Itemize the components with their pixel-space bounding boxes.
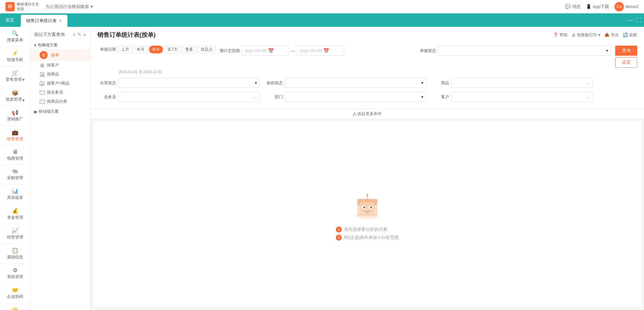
expected-date-end[interactable]: yyyy-mm-dd 📅 bbox=[297, 46, 344, 56]
edit-scheme-btn[interactable]: ✎ bbox=[77, 32, 82, 37]
hint-item-1: 1 请先选择要分析的方案 bbox=[336, 226, 398, 232]
date-btn-last-month[interactable]: 上月 bbox=[118, 46, 132, 53]
scheme-group-mobile[interactable]: ▶ 移动端方案 bbox=[30, 107, 90, 116]
minimize-icon[interactable]: — bbox=[628, 17, 633, 23]
star-icon: 🌟 bbox=[12, 307, 18, 310]
sidebar-item-marketing[interactable]: 📢 营销推广 bbox=[0, 106, 30, 126]
scheme-item-by-order[interactable]: 按 按单 bbox=[30, 49, 90, 61]
by-order-icon: 按 bbox=[40, 51, 48, 59]
sidebar-item-sys-mgmt[interactable]: ⚙ 系统管理 bbox=[0, 264, 30, 283]
clipboard-icon: 📋 bbox=[12, 247, 18, 254]
scheme-item-by-product[interactable]: 品 按商品 bbox=[30, 70, 90, 79]
date-btn-last-7-days[interactable]: 近7天 bbox=[164, 46, 181, 53]
svg-text:人: 人 bbox=[41, 64, 44, 67]
sidebar-item-new-user-guide[interactable]: 🌟 新手引导 bbox=[0, 303, 30, 310]
order-status-select[interactable]: ▾ bbox=[438, 46, 611, 56]
product-more-icon[interactable]: … bbox=[586, 81, 590, 85]
user-area[interactable]: Ea demo2 bbox=[614, 2, 639, 11]
customer-more-icon[interactable]: … bbox=[586, 95, 590, 99]
calendar-start-icon: 📅 bbox=[268, 48, 274, 53]
left-panel-actions: + ✎ « bbox=[73, 32, 86, 37]
right-content: 销售订单统计表(按单) ❓ 帮助 🖨 按模板打印 ▾ 📤 bbox=[91, 27, 644, 310]
date-btn-this-year[interactable]: 本年 bbox=[149, 46, 163, 53]
date-btn-custom[interactable]: 自定义 bbox=[198, 46, 216, 53]
app-download-btn[interactable]: 📱 App下载 bbox=[586, 4, 609, 10]
search-icon: 🔍 bbox=[12, 30, 18, 37]
search-btn[interactable]: 查询 bbox=[615, 46, 637, 56]
scheme-item-by-salesperson[interactable]: 按业务员 bbox=[30, 88, 90, 97]
scheme-item-by-product-category[interactable]: 按商品分类 bbox=[30, 97, 90, 106]
left-panel: 按以下方案查询 + ✎ « ▾ 电脑端方案 按 按单 人 bbox=[30, 27, 91, 310]
chevron-down-icon: ▾ bbox=[421, 81, 423, 85]
scheme-item-by-customer[interactable]: 人 按客户 bbox=[30, 61, 90, 70]
content-area: 按以下方案查询 + ✎ « ▾ 电脑端方案 按 按单 人 bbox=[30, 27, 644, 310]
briefcase-icon: 💼 bbox=[12, 129, 18, 136]
help-btn[interactable]: ❓ 帮助 bbox=[553, 32, 568, 38]
app-selector[interactable]: 办公用品行业模拟账套 ▾ bbox=[46, 4, 93, 10]
sidebar-item-purchase-mgmt[interactable]: 🛍 采购管理 bbox=[0, 165, 30, 185]
sidebar-item-search-menu[interactable]: 🔍 搜索菜单 bbox=[0, 27, 30, 47]
sidebar-item-wholesale-mgmt[interactable]: 📦 批发管理 ▴ bbox=[0, 86, 30, 106]
sidebar-item-retail-mgmt[interactable]: 🛒 零售管理 ▾ bbox=[0, 66, 30, 86]
chevron-down-icon: ▾ bbox=[255, 81, 257, 85]
export-btn[interactable]: 📤 导出 bbox=[604, 32, 619, 38]
scheme-group-pc[interactable]: ▾ 电脑端方案 bbox=[30, 41, 90, 49]
sidebar: 🔍 搜索菜单 ⚡ 快捷导航 🛒 零售管理 ▾ 📦 批发管理 ▴ 📢 营销推广 bbox=[0, 27, 30, 310]
chevron-down-icon: ▾ bbox=[91, 4, 93, 9]
sidebar-item-finance-mgmt[interactable]: 💰 资金管理 bbox=[0, 204, 30, 224]
scheme-item-by-customer-product[interactable]: 品 按客户+商品 bbox=[30, 79, 90, 88]
maximize-icon[interactable]: ⛶ bbox=[636, 17, 641, 23]
page-title-row: 销售订单统计表(按单) ❓ 帮助 🖨 按模板打印 ▾ 📤 bbox=[97, 31, 637, 39]
chevron-right-icon: ▶ bbox=[34, 109, 37, 114]
shopping-icon: 🛍 bbox=[12, 168, 18, 174]
main-layout: 🔍 搜索菜单 ⚡ 快捷导航 🛒 零售管理 ▾ 📦 批发管理 ▴ 📢 营销推广 bbox=[0, 27, 644, 310]
filter-container: 单据日期 上月 本月 本年 近7天 更多 自定义 bbox=[91, 42, 644, 119]
collapse-btn[interactable]: ⋀ 收起更多条件 bbox=[353, 111, 382, 117]
top-bar-left: 好 畅捷通好生意 标版 办公用品行业模拟账套 ▾ bbox=[5, 2, 93, 11]
product-select[interactable]: … bbox=[451, 78, 593, 88]
empty-state: 1 请先选择要分析的方案 2 用[过滤]条件来缩小分析范围 bbox=[336, 189, 398, 241]
refresh-btn[interactable]: 🔄 刷新 bbox=[623, 32, 637, 38]
print-btn[interactable]: 🖨 按模板打印 ▾ bbox=[572, 32, 600, 38]
collapse-panel-btn[interactable]: « bbox=[84, 32, 86, 37]
sidebar-item-inventory[interactable]: 📊 库存核算 bbox=[0, 185, 30, 204]
date-btn-more[interactable]: 更多 bbox=[182, 46, 196, 53]
svg-rect-6 bbox=[40, 91, 45, 95]
shipment-status-select[interactable]: ▾ bbox=[118, 78, 260, 88]
download-icon: 📱 bbox=[586, 4, 591, 9]
receipt-status-select[interactable]: ▾ bbox=[285, 78, 427, 88]
sidebar-item-basic-info[interactable]: 📋 基础信息 bbox=[0, 244, 30, 264]
product-label: 商品 bbox=[430, 80, 449, 86]
avatar: Ea bbox=[614, 2, 624, 11]
customer-select[interactable]: … bbox=[451, 92, 593, 102]
trending-icon: 📈 bbox=[12, 227, 18, 234]
date-range-text: 2023-01-01 至 2023-12-31 bbox=[119, 70, 162, 74]
tab-bar: 首页 销售订单统计表 ✕ — ⛶ bbox=[0, 13, 644, 27]
by-product-icon: 品 bbox=[40, 72, 45, 77]
department-select[interactable]: ▾ bbox=[285, 92, 427, 102]
sidebar-item-enterprise-collab[interactable]: 🤝 企业协同 bbox=[0, 283, 30, 303]
hint-num-1: 1 bbox=[336, 226, 342, 232]
expected-date-start[interactable]: yyyy-mm-dd 📅 bbox=[242, 46, 289, 56]
svg-rect-8 bbox=[40, 100, 45, 104]
print-icon: 🖨 bbox=[572, 33, 576, 37]
sidebar-item-operations-mgmt[interactable]: 📈 经营管理 bbox=[0, 224, 30, 244]
add-scheme-btn[interactable]: + bbox=[73, 32, 75, 37]
tab-sales-order-stats[interactable]: 销售订单统计表 ✕ bbox=[21, 15, 67, 27]
tab-close-icon[interactable]: ✕ bbox=[59, 18, 62, 23]
salesperson-more-icon[interactable]: … bbox=[253, 95, 257, 99]
megaphone-icon: 📢 bbox=[12, 109, 18, 116]
scheme-section-pc: ▾ 电脑端方案 按 按单 人 按客户 品 按商品 bbox=[30, 40, 90, 107]
collapse-up-icon: ⋀ bbox=[353, 112, 356, 116]
by-salesperson-icon bbox=[40, 90, 45, 95]
message-btn[interactable]: 💬 消息 bbox=[565, 4, 581, 10]
sidebar-item-sales-mgmt[interactable]: 💼 销售管理 bbox=[0, 126, 30, 146]
page-title: 销售订单统计表(按单) bbox=[97, 31, 156, 39]
setting-btn[interactable]: 设置 bbox=[615, 57, 637, 68]
date-btn-this-month[interactable]: 本月 bbox=[133, 46, 148, 53]
svg-point-17 bbox=[363, 206, 365, 208]
salesperson-select[interactable]: … bbox=[118, 92, 260, 102]
sidebar-item-ecom-mgmt[interactable]: 🖥 电商管理 bbox=[0, 146, 30, 165]
sidebar-item-quick-nav[interactable]: ⚡ 快捷导航 bbox=[0, 47, 30, 66]
tab-home[interactable]: 首页 bbox=[0, 13, 19, 27]
